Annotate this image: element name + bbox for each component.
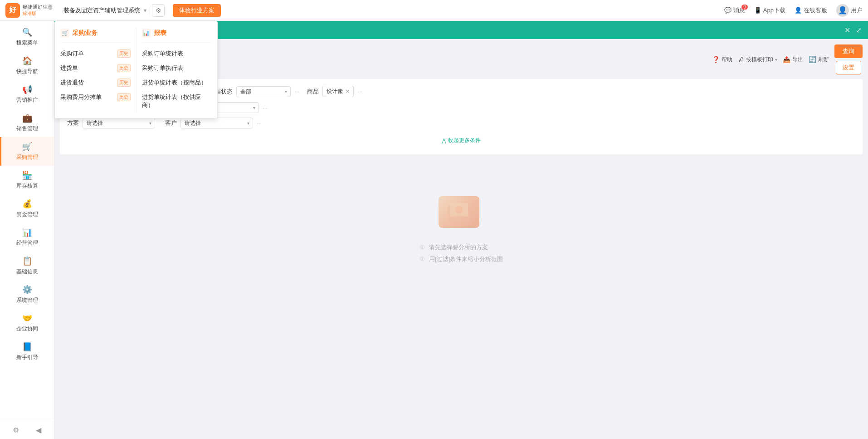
query-button[interactable]: 查询 <box>834 44 863 58</box>
dropdown-item-return[interactable]: 进货退货 历史 <box>60 75 131 90</box>
sidebar-label-guide: 新手引导 <box>16 354 38 361</box>
system-icon: ⚙️ <box>22 285 32 295</box>
user-label: 用户 <box>851 6 863 15</box>
sidebar-item-basic-info[interactable]: 📋 基础信息 <box>0 252 54 280</box>
dropdown-purchase-header: 🛒 采购业务 <box>60 27 131 43</box>
operations-icon: 📊 <box>22 227 32 237</box>
goods-tag[interactable]: 设计素 ✕ <box>322 86 354 97</box>
empty-hint-1: ① 请先选择要分析的方案 <box>419 242 503 253</box>
sidebar-item-purchase[interactable]: 🛒 采购管理 <box>0 137 54 166</box>
sidebar-item-finance[interactable]: 💰 资金管理 <box>0 194 54 223</box>
sidebar-bottom: ⚙ ◀ <box>0 421 54 439</box>
report-section-title: 报表 <box>154 29 166 37</box>
goods-tag-close[interactable]: ✕ <box>346 89 350 94</box>
inventory-icon: 🏪 <box>22 170 32 180</box>
marketing-icon: 📢 <box>22 84 32 94</box>
status-more-dots[interactable]: ··· <box>294 88 299 95</box>
purchase-icon: 🛒 <box>22 142 32 152</box>
sidebar-label-sales: 销售管理 <box>16 125 38 133</box>
search-icon: 🔍 <box>22 27 32 37</box>
dropdown-item-inbound-by-supplier[interactable]: 进货单统计表（按供应商） <box>142 90 212 113</box>
logo-badge: 标准版 <box>23 10 53 17</box>
help-button[interactable]: ❓ 帮助 <box>712 56 732 64</box>
print-label: 按模板打印 <box>746 56 773 64</box>
sidebar-item-quick-nav[interactable]: 🏠 快捷导航 <box>0 51 54 80</box>
logo-icon: 好 <box>5 3 20 18</box>
sidebar-label-basic-info: 基础信息 <box>16 268 38 276</box>
empty-hint-2: ② 用[过滤]条件来缩小分析范围 <box>419 253 503 265</box>
home-icon: 🏠 <box>22 56 32 66</box>
expense-hist[interactable]: 历史 <box>117 93 131 101</box>
print-arrow[interactable]: ▾ <box>775 57 777 62</box>
messages-badge: 9 <box>741 5 748 10</box>
inbound-by-goods-label: 进货单统计表（按商品） <box>142 79 207 87</box>
sidebar-settings-button[interactable]: ⚙ <box>13 426 19 434</box>
dropdown-overlay: 🛒 采购业务 采购订单 历史 进货单 历史 进货退货 历史 采购费用分摊单 历史 <box>54 21 218 118</box>
goods-more-dots[interactable]: ··· <box>357 88 362 95</box>
goods-tag-text: 设计素 <box>327 88 343 95</box>
refresh-button[interactable]: 🔄 刷新 <box>809 56 829 64</box>
system-settings-button[interactable]: ⚙ <box>152 4 165 17</box>
print-button[interactable]: 🖨 按模板打印 ▾ <box>738 56 777 64</box>
return-hist[interactable]: 历史 <box>117 79 131 87</box>
inbound-hist[interactable]: 历史 <box>117 64 131 72</box>
print-icon: 🖨 <box>738 56 744 63</box>
scheme-select[interactable]: 请选择 <box>83 118 155 128</box>
tab-bar-close-icon[interactable]: ✕ <box>843 24 852 36</box>
export-button[interactable]: 📤 导出 <box>783 56 803 64</box>
sidebar-item-enterprise[interactable]: 🤝 企业协同 <box>0 309 54 337</box>
sidebar-item-inventory[interactable]: 🏪 库存核算 <box>0 166 54 194</box>
salesperson-more-dots[interactable]: ··· <box>263 104 268 111</box>
sidebar-item-sales[interactable]: 💼 销售管理 <box>0 109 54 137</box>
sidebar-label-inventory: 库存核算 <box>16 182 38 190</box>
user-menu-button[interactable]: 👤 用户 <box>836 4 863 17</box>
purchase-header-icon: 🛒 <box>60 29 69 38</box>
dropdown-item-purchase-order[interactable]: 采购订单 历史 <box>60 46 131 61</box>
purchase-order-label: 采购订单 <box>60 49 84 58</box>
inbound-by-supplier-label: 进货单统计表（按供应商） <box>142 93 212 109</box>
purchase-order-hist[interactable]: 历史 <box>117 49 131 58</box>
settings-button[interactable]: 设置 <box>836 61 861 74</box>
status-select-wrap: 全部 ▾ <box>236 86 291 97</box>
logo-title: 畅捷通好生意 <box>23 4 53 10</box>
sidebar-item-search[interactable]: 🔍 搜索菜单 <box>0 23 54 51</box>
sidebar-item-guide[interactable]: 📘 新手引导 <box>0 337 54 366</box>
dropdown-item-inbound[interactable]: 进货单 历史 <box>60 61 131 75</box>
expense-label: 采购费用分摊单 <box>60 93 102 101</box>
guide-icon: 📘 <box>22 342 32 352</box>
collapse-bar[interactable]: ⋀ 收起更多条件 <box>67 133 855 148</box>
sidebar-item-system[interactable]: ⚙️ 系统管理 <box>0 280 54 309</box>
sidebar-label-marketing: 营销推广 <box>16 96 38 104</box>
messages-button[interactable]: 💬 消息 9 <box>724 6 745 15</box>
app-download-label: App下载 <box>763 6 785 15</box>
sidebar-label-enterprise: 企业协同 <box>16 325 38 333</box>
collapse-icon: ⋀ <box>442 138 446 144</box>
dropdown-item-order-stats[interactable]: 采购订单统计表 <box>142 46 212 61</box>
status-select[interactable]: 全部 <box>236 86 291 97</box>
dropdown-purchase-col: 🛒 采购业务 采购订单 历史 进货单 历史 进货退货 历史 采购费用分摊单 历史 <box>55 27 136 113</box>
svg-point-2 <box>455 206 463 213</box>
sidebar-collapse-button[interactable]: ◀ <box>36 426 41 434</box>
logo-area: 好 畅捷通好生意 标准版 <box>5 3 60 18</box>
finance-icon: 💰 <box>22 199 32 209</box>
message-icon: 💬 <box>724 7 731 14</box>
dropdown-item-expense[interactable]: 采购费用分摊单 历史 <box>60 90 131 104</box>
dropdown-item-inbound-by-goods[interactable]: 进货单统计表（按商品） <box>142 75 212 90</box>
title-dropdown-arrow[interactable]: ▾ <box>144 7 146 14</box>
sidebar-item-marketing[interactable]: 📢 营销推广 <box>0 80 54 109</box>
customer-select[interactable]: 请选择 <box>180 118 253 128</box>
dropdown-report-header: 📊 报表 <box>142 27 212 43</box>
sidebar-item-operations[interactable]: 📊 经营管理 <box>0 223 54 252</box>
industry-solution-button[interactable]: 体验行业方案 <box>173 4 221 17</box>
filter-goods: 商品 设计素 ✕ ··· <box>307 86 398 97</box>
system-title-area: 装备及固定资产辅助管理系统 ▾ ⚙ 体验行业方案 <box>63 4 221 17</box>
order-exec-label: 采购订单执行表 <box>142 64 183 72</box>
sales-icon: 💼 <box>22 113 32 123</box>
customer-more-dots[interactable]: ··· <box>257 120 262 127</box>
filter-scheme: 方案 请选择 ▾ <box>67 118 158 128</box>
online-service-button[interactable]: 👤 在线客服 <box>795 6 827 15</box>
dropdown-item-order-exec[interactable]: 采购订单执行表 <box>142 61 212 75</box>
app-download-button[interactable]: 📱 App下载 <box>754 6 785 15</box>
tab-bar-expand-icon[interactable]: ⤢ <box>854 24 863 36</box>
sidebar-label-purchase: 采购管理 <box>16 153 38 161</box>
